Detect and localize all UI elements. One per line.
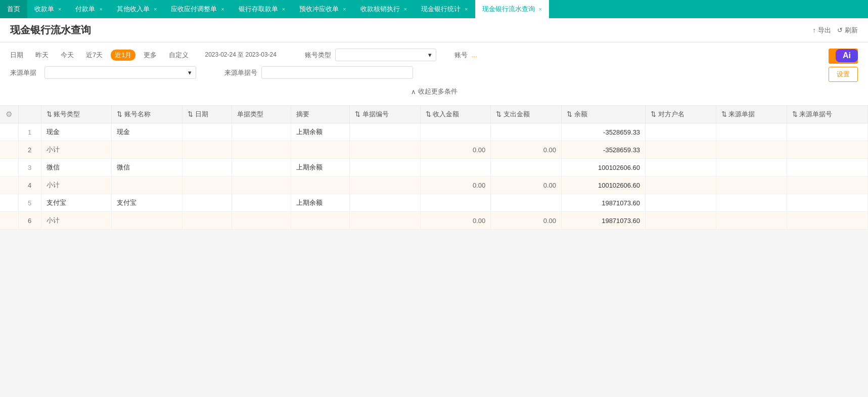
- row-num: 3: [18, 159, 41, 177]
- row-income: [420, 159, 491, 177]
- close-icon[interactable]: ×: [58, 0, 61, 18]
- close-icon[interactable]: ×: [343, 0, 346, 18]
- row-num: 5: [18, 194, 41, 212]
- row-expense: 0.00: [491, 177, 562, 194]
- export-button[interactable]: ↑ 导出: [813, 26, 832, 35]
- account-type-select[interactable]: ▾: [335, 49, 436, 61]
- row-source-doc-no: [787, 123, 868, 141]
- row-source-doc: [716, 159, 787, 177]
- close-icon[interactable]: ×: [99, 0, 102, 18]
- table-row[interactable]: 6 小计 0.00 0.00 19871073.60: [0, 212, 868, 230]
- date-more[interactable]: 更多: [140, 50, 161, 61]
- data-table: ⚙ ⇅ 账号类型 ⇅ 账号名称 ⇅ 日期 单据类型 摘要 ⇅ 单据编号: [0, 106, 868, 230]
- nav-payment[interactable]: 付款单 ×: [68, 0, 109, 18]
- row-settings: [0, 212, 18, 230]
- row-source-doc: [716, 177, 787, 194]
- row-date: [182, 194, 232, 212]
- row-doc-no: [349, 194, 420, 212]
- date-yesterday[interactable]: 昨天: [31, 50, 53, 61]
- date-today[interactable]: 今天: [57, 50, 78, 61]
- source-doc-no-input[interactable]: [261, 66, 413, 79]
- row-doc-no: [349, 123, 420, 141]
- date-options: 昨天 今天 近7天 近1月 更多 自定义: [31, 50, 193, 61]
- row-balance: 100102606.60: [562, 159, 646, 177]
- col-income[interactable]: ⇅ 收入金额: [420, 106, 491, 123]
- collapse-bar[interactable]: ∧ 收起更多条件: [10, 84, 858, 99]
- table-row[interactable]: 4 小计 0.00 0.00 100102606.60: [0, 177, 868, 194]
- row-summary: 上期余额: [291, 194, 349, 212]
- row-income: 0.00: [420, 177, 491, 194]
- col-date[interactable]: ⇅ 日期: [182, 106, 232, 123]
- row-date: [182, 123, 232, 141]
- row-account-name: 支付宝: [112, 194, 182, 212]
- row-doc-no: [349, 141, 420, 159]
- date-1month[interactable]: 近1月: [111, 50, 135, 61]
- gear-icon[interactable]: ⚙: [6, 110, 12, 118]
- settings-button[interactable]: 设置: [829, 67, 858, 82]
- row-balance: -3528659.33: [562, 141, 646, 159]
- table-row[interactable]: 3 微信 微信 上期余额 100102606.60: [0, 159, 868, 177]
- source-doc-select[interactable]: ▾: [44, 66, 196, 79]
- close-icon[interactable]: ×: [465, 0, 468, 18]
- col-doc-no[interactable]: ⇅ 单据编号: [349, 106, 420, 123]
- date-custom[interactable]: 自定义: [165, 50, 193, 61]
- row-balance: 19871073.60: [562, 212, 646, 230]
- col-balance[interactable]: ⇅ 余额: [562, 106, 646, 123]
- row-account-type: 现金: [41, 123, 112, 141]
- collapse-icon: ∧: [411, 88, 416, 96]
- account-more-btn[interactable]: ...: [472, 51, 477, 59]
- nav-receipt-verify[interactable]: 收款核销执行 ×: [353, 0, 414, 18]
- nav-receipt[interactable]: 收款单 ×: [27, 0, 68, 18]
- row-income: 0.00: [420, 141, 491, 159]
- date-7days[interactable]: 近7天: [82, 50, 107, 61]
- row-account-name: 微信: [112, 159, 182, 177]
- account-label: 账号: [454, 51, 468, 60]
- nav-cash-bank-stat[interactable]: 现金银行统计 ×: [414, 0, 475, 18]
- close-icon[interactable]: ×: [539, 0, 542, 18]
- col-source-doc-no[interactable]: ⇅ 来源单据号: [787, 106, 868, 123]
- col-num: [18, 106, 41, 123]
- nav-cash-bank-query[interactable]: 现金银行流水查询 ×: [475, 0, 549, 18]
- nav-prepay-offset[interactable]: 预收冲应收单 ×: [292, 0, 353, 18]
- row-doc-no: [349, 159, 420, 177]
- nav-home[interactable]: 首页: [0, 0, 27, 18]
- nav-other-income[interactable]: 其他收入单 ×: [110, 0, 164, 18]
- row-settings: [0, 141, 18, 159]
- row-doc-type: [232, 194, 291, 212]
- col-counterpart[interactable]: ⇅ 对方户名: [646, 106, 716, 123]
- row-doc-no: [349, 177, 420, 194]
- row-counterpart: [646, 159, 716, 177]
- chevron-down-icon: ▾: [188, 69, 192, 76]
- col-settings: ⚙: [0, 106, 18, 123]
- row-expense: [491, 194, 562, 212]
- table-row[interactable]: 5 支付宝 支付宝 上期余额 19871073.60: [0, 194, 868, 212]
- row-settings: [0, 123, 18, 141]
- table-row[interactable]: 1 现金 现金 上期余额 -3528659.33: [0, 123, 868, 141]
- row-balance: 100102606.60: [562, 177, 646, 194]
- nav-ar-ap-adjust[interactable]: 应收应付调整单 ×: [164, 0, 231, 18]
- row-date: [182, 141, 232, 159]
- close-icon[interactable]: ×: [154, 0, 157, 18]
- row-source-doc: [716, 194, 787, 212]
- date-filter-label: 日期: [10, 51, 23, 60]
- row-expense: [491, 159, 562, 177]
- row-source-doc: [716, 141, 787, 159]
- col-account-name[interactable]: ⇅ 账号名称: [112, 106, 182, 123]
- row-num: 1: [18, 123, 41, 141]
- col-expense[interactable]: ⇅ 支出金额: [491, 106, 562, 123]
- source-doc-no-label: 来源单据号: [224, 68, 257, 77]
- refresh-button[interactable]: ↺ 刷新: [837, 26, 858, 35]
- row-income: [420, 194, 491, 212]
- col-source-doc[interactable]: ⇅ 来源单据: [716, 106, 787, 123]
- close-icon[interactable]: ×: [404, 0, 407, 18]
- nav-bank-deposit[interactable]: 银行存取款单 ×: [232, 0, 292, 18]
- row-doc-type: [232, 123, 291, 141]
- ai-badge[interactable]: Ai: [836, 49, 858, 62]
- row-source-doc-no: [787, 212, 868, 230]
- row-settings: [0, 159, 18, 177]
- table-row[interactable]: 2 小计 0.00 0.00 -3528659.33: [0, 141, 868, 159]
- row-source-doc-no: [787, 141, 868, 159]
- close-icon[interactable]: ×: [221, 0, 224, 18]
- col-account-type[interactable]: ⇅ 账号类型: [41, 106, 112, 123]
- close-icon[interactable]: ×: [282, 0, 285, 18]
